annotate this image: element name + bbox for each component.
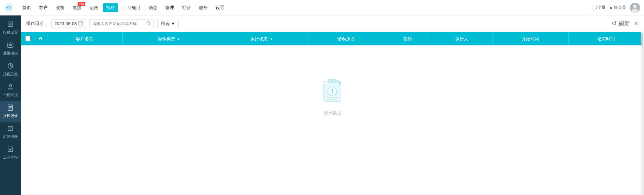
- close-button[interactable]: ✕: [634, 20, 639, 27]
- nav-message[interactable]: 消息: [145, 3, 161, 12]
- refresh-icon: ↺: [612, 20, 617, 27]
- scrollbar-thumb[interactable]: [641, 33, 643, 46]
- nav-customer[interactable]: 客户: [36, 3, 51, 12]
- date-label: 操作日期：: [26, 21, 48, 27]
- topnav-right: ⛶ 全屏 ▶ 畅会员: [593, 3, 640, 13]
- search-input[interactable]: [90, 20, 143, 27]
- tax-settings-icon: [7, 21, 14, 29]
- svg-point-34: [332, 92, 333, 93]
- svg-text:¥: ¥: [9, 128, 11, 130]
- search-box: [89, 19, 154, 28]
- sidebar-item-settlement[interactable]: ¥ 汇算清缴: [0, 122, 21, 143]
- th-tax-type: 税种: [384, 32, 431, 45]
- filter-icon-op: ▼: [177, 37, 180, 41]
- nav-bookkeeping[interactable]: 记账: [86, 3, 101, 12]
- table-body: 暂无数据: [21, 45, 644, 146]
- records-table: ⚙ 客户名称 操作类型 ▼ 执行状态 ▼: [21, 32, 644, 146]
- table-header-row: ⚙ 客户名称 操作类型 ▼ 执行状态 ▼: [21, 32, 644, 45]
- th-checkbox[interactable]: [21, 32, 35, 45]
- th-operation-type[interactable]: 操作类型 ▼: [123, 32, 215, 45]
- svg-point-4: [632, 9, 638, 13]
- th-exec-status[interactable]: 执行状态 ▼: [215, 32, 308, 45]
- th-executor: 执行人: [431, 32, 492, 45]
- svg-point-3: [633, 5, 637, 8]
- nav-menu: 首页 客户 收费 票据 new 记账 报税 工商项目 消息 管理 经营 服务 设…: [19, 3, 593, 12]
- gear-icon: ⚙: [39, 36, 43, 41]
- user-avatar[interactable]: [630, 3, 640, 13]
- chevron-down-icon: ▼: [171, 21, 175, 26]
- sidebar-item-tax-overview[interactable]: 报税总览: [0, 59, 21, 80]
- th-end-time: 结束时间: [568, 32, 644, 45]
- svg-rect-31: [328, 79, 336, 83]
- filter-label: 筛选: [161, 21, 170, 27]
- toolbar-right: ↺ 刷新 ✕: [612, 20, 639, 28]
- page-content: 操作日期： 2023-06-06 筛选 ▼: [21, 15, 644, 195]
- sidebar-item-annual-report[interactable]: 工商年报: [0, 143, 21, 163]
- tax-overview-icon: [7, 63, 14, 71]
- sidebar-item-tax-records[interactable]: 报税记录: [0, 101, 21, 122]
- vip-btn[interactable]: ▶ 畅会员: [610, 5, 626, 10]
- settlement-icon: ¥: [7, 125, 14, 133]
- date-value: 2023-06-06: [54, 21, 77, 26]
- nav-invoice[interactable]: 票据 new: [69, 3, 85, 12]
- nav-tax[interactable]: 报税: [103, 3, 118, 12]
- nav-operation[interactable]: 经营: [179, 3, 194, 12]
- svg-rect-33: [332, 89, 333, 92]
- svg-rect-24: [79, 22, 83, 25]
- svg-rect-12: [9, 42, 11, 43]
- nav-service[interactable]: 服务: [196, 3, 211, 12]
- sidebar-item-batch-tax[interactable]: 批量报税: [0, 38, 21, 59]
- search-button[interactable]: [143, 20, 154, 28]
- nav-home[interactable]: 首页: [19, 3, 34, 12]
- date-picker[interactable]: 2023-06-06: [51, 20, 86, 28]
- calendar-icon: [78, 21, 83, 27]
- filter-icon-status: ▼: [270, 37, 273, 41]
- sidebar-item-personal-tax[interactable]: 个税申报: [0, 80, 21, 101]
- refresh-button[interactable]: ↺ 刷新: [612, 20, 630, 28]
- nav-settings[interactable]: 设置: [212, 3, 228, 12]
- select-all-checkbox[interactable]: [25, 36, 31, 41]
- empty-state: 暂无数据: [21, 45, 644, 146]
- vip-icon: ▶: [610, 5, 613, 10]
- sub-sidebar: 报税设置 批量报税 报税总览 个税申报: [0, 15, 21, 195]
- batch-tax-icon: [7, 42, 14, 50]
- toolbar: 操作日期： 2023-06-06 筛选 ▼: [21, 15, 644, 32]
- nav-manage[interactable]: 管理: [162, 3, 177, 12]
- svg-point-1: [8, 7, 10, 9]
- th-customer-name: 客户名称: [47, 32, 123, 45]
- scrollbar[interactable]: [641, 32, 644, 195]
- app-logo[interactable]: [4, 3, 13, 12]
- empty-text: 暂无数据: [324, 110, 341, 116]
- svg-line-29: [149, 24, 151, 25]
- sidebar-item-tax-settings[interactable]: 报税设置: [0, 17, 21, 38]
- empty-illustration: [319, 76, 346, 106]
- personal-tax-icon: [7, 83, 14, 92]
- annual-report-icon: [7, 146, 14, 154]
- svg-point-28: [147, 22, 149, 24]
- svg-point-14: [9, 85, 12, 87]
- nav-business[interactable]: 工商项目: [120, 3, 144, 12]
- fullscreen-icon: ⛶: [593, 5, 597, 10]
- new-badge: new: [78, 2, 85, 6]
- svg-rect-23: [8, 147, 13, 152]
- top-navigation: 首页 客户 收费 票据 new 记账 报税 工商项目 消息 管理 经营 服务 设…: [0, 0, 644, 15]
- filter-button[interactable]: 筛选 ▼: [157, 19, 179, 28]
- table-container[interactable]: ⚙ 客户名称 操作类型 ▼ 执行状态 ▼: [21, 32, 644, 195]
- nav-fee[interactable]: 收费: [52, 3, 68, 12]
- th-start-time: 开始时间: [492, 32, 568, 45]
- th-gear[interactable]: ⚙: [35, 32, 47, 45]
- th-error-reason: 错误原因: [308, 32, 384, 45]
- content-area: 报税设置 批量报税 报税总览 个税申报: [0, 15, 644, 195]
- fullscreen-btn[interactable]: ⛶ 全屏: [593, 5, 606, 10]
- tax-records-icon: [7, 104, 14, 113]
